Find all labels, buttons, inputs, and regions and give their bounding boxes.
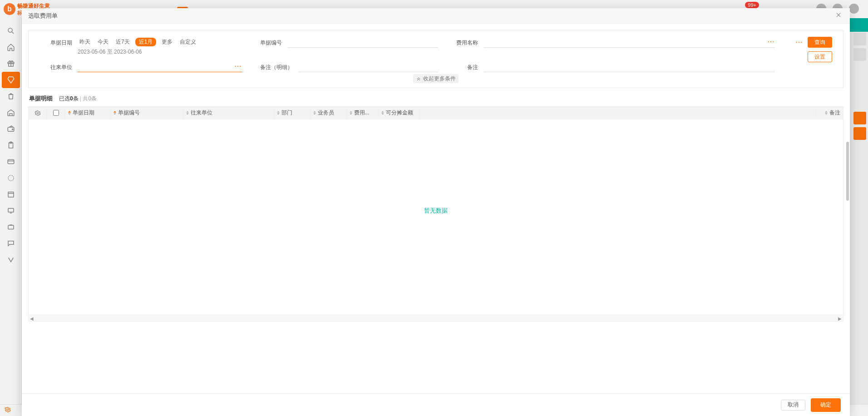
- close-icon: [835, 12, 842, 20]
- col-dept[interactable]: 部门: [274, 107, 310, 119]
- filter-panel: 单据日期 昨天 今天 近7天 近1月 更多 自定义 2023-05-06 至 2…: [28, 30, 843, 88]
- party-label: 往来单位: [47, 62, 72, 71]
- remark-input[interactable]: [483, 62, 775, 72]
- sort-icon: [113, 111, 116, 115]
- svg-point-19: [37, 112, 39, 114]
- remark-label: 备注: [453, 62, 478, 71]
- collapse-label: 收起更多条件: [423, 75, 456, 83]
- remark-detail-input[interactable]: [298, 62, 438, 72]
- remark-detail-label: 备注（明细）: [256, 62, 293, 71]
- sort-icon: [381, 111, 384, 115]
- table-wrap: 单据日期 单据编号 往来单位 部门 业务员 费用... 可分摊金额 备注 暂无数…: [28, 106, 843, 315]
- query-button[interactable]: 查询: [808, 37, 832, 48]
- cancel-button[interactable]: 取消: [781, 400, 805, 411]
- chevron-up-icon: [416, 76, 421, 81]
- fee-name-label: 费用名称: [453, 38, 478, 47]
- selected-count-label: 已选0条: [59, 95, 80, 102]
- sort-icon: [186, 111, 189, 115]
- bill-no-label: 单据编号: [256, 38, 282, 47]
- sort-icon: [313, 111, 316, 115]
- sort-icon: [825, 111, 828, 115]
- col-spacer: [419, 107, 816, 119]
- date-range-display: 2023-05-06 至 2023-06-06: [78, 48, 242, 56]
- select-all-header[interactable]: [47, 107, 65, 119]
- scroll-left-icon[interactable]: ◀: [29, 315, 35, 322]
- date-tab-custom[interactable]: 自定义: [178, 38, 198, 46]
- bill-date-label: 单据日期: [47, 38, 72, 47]
- party-input[interactable]: [78, 62, 242, 72]
- bill-table: 单据日期 单据编号 往来单位 部门 业务员 费用... 可分摊金额 备注: [29, 106, 843, 119]
- date-tab-last7[interactable]: 近7天: [114, 38, 132, 46]
- list-title: 单据明细: [29, 94, 53, 103]
- date-range-tabs: 昨天 今天 近7天 近1月 更多 自定义: [78, 38, 242, 46]
- settings-button[interactable]: 设置: [808, 51, 832, 62]
- no-data-label: 暂无数据: [424, 207, 448, 215]
- select-fee-bill-modal: 选取费用单 单据日期 昨天 今天 近7天 近1月 更多 自: [22, 8, 850, 416]
- confirm-button[interactable]: 确定: [811, 398, 841, 412]
- party-more-icon[interactable]: ···: [235, 63, 242, 69]
- date-tab-last1month[interactable]: 近1月: [135, 38, 157, 46]
- modal-title: 选取费用单: [28, 12, 58, 20]
- modal-vscrollbar[interactable]: [846, 142, 849, 201]
- filter-actions: ··· 查询 设置: [796, 37, 832, 62]
- date-tab-yesterday[interactable]: 昨天: [78, 38, 92, 46]
- col-bill-no[interactable]: 单据编号: [110, 107, 183, 119]
- fee-name-input[interactable]: [483, 38, 775, 48]
- sort-icon: [68, 111, 71, 115]
- col-fee[interactable]: 费用...: [346, 107, 378, 119]
- list-meta: 单据明细 已选0条 | 共0条: [29, 94, 843, 103]
- col-party[interactable]: 往来单位: [183, 107, 274, 119]
- collapse-filters-button[interactable]: 收起更多条件: [413, 74, 459, 83]
- col-remark[interactable]: 备注: [816, 107, 843, 119]
- col-clerk[interactable]: 业务员: [310, 107, 346, 119]
- total-count-label: 共0条: [83, 95, 97, 102]
- col-bill-date[interactable]: 单据日期: [65, 107, 110, 119]
- modal-footer: 取消 确定: [22, 393, 850, 416]
- table-hscrollbar[interactable]: ◀ ▶: [28, 315, 843, 322]
- modal-close-button[interactable]: [833, 11, 843, 21]
- sort-icon: [350, 111, 352, 115]
- date-tab-today[interactable]: 今天: [96, 38, 110, 46]
- col-alloc-amount[interactable]: 可分摊金额: [378, 107, 419, 119]
- scroll-right-icon[interactable]: ▶: [837, 315, 843, 322]
- modal-body: 单据日期 昨天 今天 近7天 近1月 更多 自定义 2023-05-06 至 2…: [22, 24, 850, 393]
- sort-icon: [277, 111, 280, 115]
- modal-header: 选取费用单: [22, 8, 850, 24]
- bill-no-input[interactable]: [287, 38, 438, 48]
- gear-icon: [35, 109, 41, 116]
- date-tab-more[interactable]: 更多: [160, 38, 174, 46]
- select-all-checkbox[interactable]: [53, 110, 59, 116]
- fee-name-more-icon[interactable]: ···: [768, 39, 775, 45]
- column-settings-button[interactable]: [29, 107, 47, 119]
- filter-more-icon[interactable]: ···: [796, 39, 803, 45]
